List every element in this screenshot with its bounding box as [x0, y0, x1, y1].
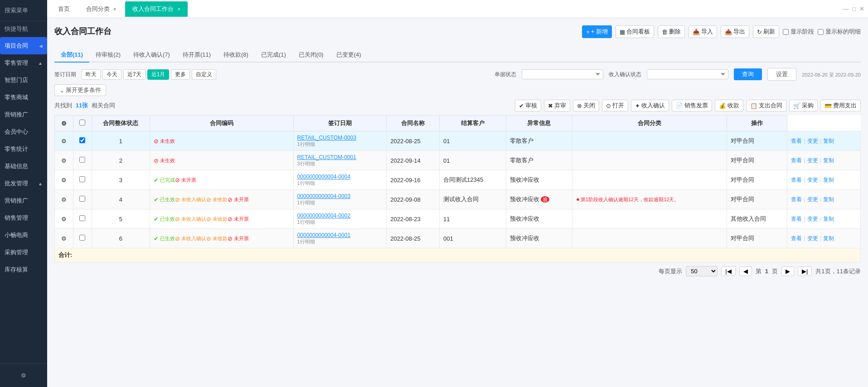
date-btn-更多[interactable]: 更多 — [171, 69, 190, 80]
filter-tab-待开票(11)[interactable]: 待开票(11) — [176, 48, 217, 63]
maximize-icon[interactable]: □ — [852, 5, 856, 12]
sidebar-item-base-info[interactable]: 基础信息 — [0, 158, 47, 175]
row-checkbox-cell-3[interactable] — [73, 170, 92, 190]
action-收入确认-button[interactable]: ✦收入确认 — [631, 100, 669, 111]
sidebar-item-purchase[interactable]: 采购管理 — [0, 244, 47, 261]
sidebar-item-project[interactable]: 项目合同◀ — [0, 37, 47, 54]
refresh_btn-button[interactable]: ↻刷新 — [753, 25, 779, 38]
filter-tab-全部(11)[interactable]: 全部(11) — [54, 48, 89, 63]
settings-col-icon[interactable]: ⚙ — [61, 120, 67, 127]
delete_btn-button[interactable]: 🗑删除 — [658, 25, 685, 38]
contract-code-link[interactable]: RETAIL_CUSTOM-0001 — [297, 154, 356, 160]
row-checkbox-cell-6[interactable] — [73, 229, 92, 248]
row-settings-icon[interactable]: ⚙ — [61, 216, 67, 223]
sidebar-item-inventory[interactable]: 库存核算 — [0, 261, 47, 278]
action-采购-button[interactable]: 🛒采购 — [789, 100, 818, 111]
sidebar-search[interactable]: 搜索菜单 — [0, 0, 47, 21]
row-settings-4[interactable]: ⚙ — [55, 190, 73, 209]
sidebar-item-wholesale[interactable]: 批发管理▲ — [0, 175, 47, 192]
import_btn-button[interactable]: 📥导入 — [689, 25, 717, 38]
tab-close-icon[interactable]: × — [113, 6, 116, 12]
row-ops-1[interactable]: 查看|变更|复制 — [787, 131, 861, 151]
action-打开-button[interactable]: ⊙打开 — [602, 100, 628, 111]
row-code-3[interactable]: 0000000000004-00041行明细 — [293, 170, 387, 190]
row-checkbox-3[interactable] — [79, 176, 85, 182]
row-ops-5[interactable]: 查看|变更|复制 — [787, 209, 861, 229]
op-复制-link[interactable]: 复制 — [823, 177, 834, 183]
op-变更-link[interactable]: 变更 — [807, 235, 818, 242]
row-ops-3[interactable]: 查看|变更|复制 — [787, 170, 861, 190]
row-settings-icon[interactable]: ⚙ — [61, 138, 67, 145]
sidebar-item-sales-mgmt[interactable]: 销售管理 — [0, 209, 47, 227]
filter-tab-待收款(8)[interactable]: 待收款(8) — [217, 48, 255, 63]
prev-page-button[interactable]: ◀ — [739, 266, 752, 276]
row-checkbox-1[interactable] — [79, 137, 85, 143]
row-settings-icon[interactable]: ⚙ — [61, 235, 67, 242]
col-header-4[interactable]: 签订日期 — [293, 116, 387, 131]
first-page-button[interactable]: |◀ — [721, 266, 735, 276]
op-变更-link[interactable]: 变更 — [807, 157, 818, 164]
contract-code-link[interactable]: RETAIL_CUSTOM-0003 — [297, 135, 356, 141]
col-header-8[interactable]: 合同分类 — [572, 116, 727, 131]
action-收款-button[interactable]: 💰收款 — [715, 100, 743, 111]
row-code-1[interactable]: RETAIL_CUSTOM-00031行明细 — [293, 131, 387, 151]
op-复制-link[interactable]: 复制 — [823, 138, 834, 144]
contract-code-link[interactable]: 0000000000004-0002 — [297, 213, 350, 219]
last-page-button[interactable]: ▶| — [798, 266, 812, 276]
action-关闭-button[interactable]: ⊗关闭 — [573, 100, 599, 111]
tab-合同分类[interactable]: 合同分类× — [79, 1, 123, 17]
date-btn-昨天[interactable]: 昨天 — [82, 69, 101, 80]
row-checkbox-5[interactable] — [79, 215, 85, 221]
date-btn-近7天[interactable]: 近7天 — [123, 69, 145, 80]
op-查看-link[interactable]: 查看 — [791, 216, 802, 222]
settings-icon[interactable]: ⚙ — [5, 368, 43, 382]
op-复制-link[interactable]: 复制 — [823, 216, 834, 222]
row-checkbox-cell-1[interactable] — [73, 131, 92, 151]
row-ops-6[interactable]: 查看|变更|复制 — [787, 229, 861, 248]
doc-status-select[interactable] — [522, 69, 603, 79]
row-settings-icon[interactable]: ⚙ — [61, 177, 67, 184]
op-变更-link[interactable]: 变更 — [807, 177, 818, 183]
op-变更-link[interactable]: 变更 — [807, 138, 818, 144]
col-header-6[interactable]: 结算客户 — [439, 116, 506, 131]
op-变更-link[interactable]: 变更 — [807, 196, 818, 203]
row-checkbox-6[interactable] — [79, 235, 85, 241]
op-查看-link[interactable]: 查看 — [791, 138, 802, 144]
row-settings-icon[interactable]: ⚙ — [61, 157, 67, 164]
sidebar-item-marketing[interactable]: 营销推广 — [0, 106, 47, 123]
show_stages-label[interactable]: 显示阶段 — [783, 28, 814, 36]
op-复制-link[interactable]: 复制 — [823, 157, 834, 164]
row-settings-6[interactable]: ⚙ — [55, 229, 73, 248]
contract-code-link[interactable]: 0000000000004-0001 — [297, 232, 350, 238]
row-checkbox-2[interactable] — [79, 157, 85, 163]
page-size-select[interactable]: 102050100 — [686, 266, 718, 276]
op-查看-link[interactable]: 查看 — [791, 157, 802, 164]
close-icon[interactable]: ✕ — [859, 5, 864, 12]
filter-tab-已关闭(0)[interactable]: 已关闭(0) — [292, 48, 330, 63]
op-变更-link[interactable]: 变更 — [807, 216, 818, 222]
sidebar-item-xiaochang[interactable]: 小畅电商 — [0, 227, 47, 244]
minimize-icon[interactable]: — — [843, 5, 849, 12]
row-settings-1[interactable]: ⚙ — [55, 131, 73, 151]
next-page-button[interactable]: ▶ — [781, 266, 794, 276]
filter-tab-已完成(1)[interactable]: 已完成(1) — [255, 48, 292, 63]
op-查看-link[interactable]: 查看 — [791, 177, 802, 183]
col-header-2[interactable]: 合同整体状态 — [92, 116, 150, 131]
sidebar-item-retail-stats[interactable]: 零售统计 — [0, 140, 47, 158]
filter-tab-待审核(2)[interactable]: 待审核(2) — [89, 48, 127, 63]
row-ops-4[interactable]: 查看|变更|复制 — [787, 190, 861, 209]
col-header-5[interactable]: 合同名称 — [387, 116, 440, 131]
date-btn-今天[interactable]: 今天 — [102, 69, 121, 80]
op-复制-link[interactable]: 复制 — [823, 196, 834, 203]
show_details-label[interactable]: 显示标的明细 — [818, 28, 861, 36]
select-all-checkbox[interactable] — [79, 120, 85, 126]
action-销售发票-button[interactable]: 📄销售发票 — [672, 100, 712, 111]
contract-code-link[interactable]: 0000000000004-0003 — [297, 193, 350, 199]
expand-filter-button[interactable]: ⌄ 展开更多条件 — [54, 84, 106, 96]
export_btn-button[interactable]: 📤导出 — [721, 25, 749, 38]
row-checkbox-cell-4[interactable] — [73, 190, 92, 209]
action-弃审-button[interactable]: ✖弃审 — [544, 100, 570, 111]
tab-首页[interactable]: 首页 — [51, 1, 77, 17]
action-费用支出-button[interactable]: 💳费用支出 — [820, 100, 861, 111]
sidebar-item-marketing2[interactable]: 营销推广 — [0, 192, 47, 209]
